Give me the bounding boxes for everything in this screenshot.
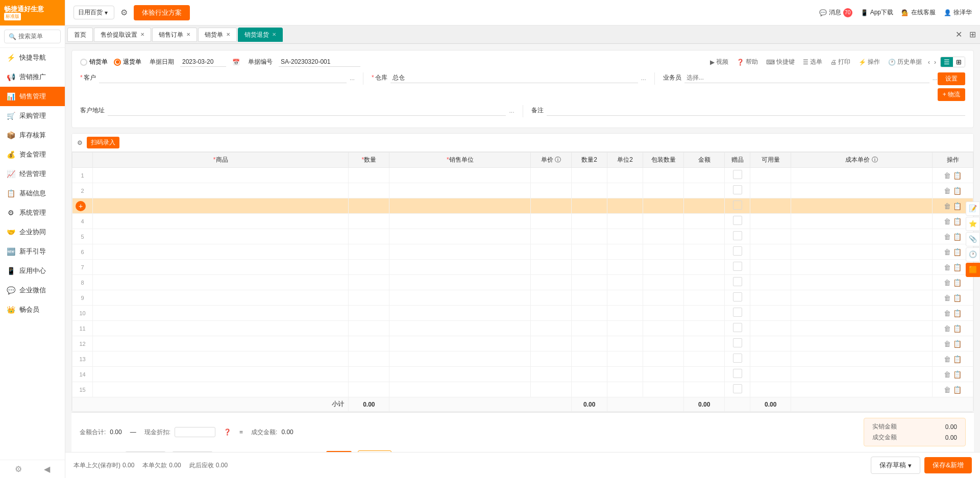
trial-btn[interactable]: 体验行业方案 [134, 5, 190, 20]
history-btn[interactable]: 🕐 历史单据 [886, 57, 924, 67]
table-gear-icon[interactable]: ⚙ [77, 139, 83, 146]
delete-row-btn[interactable]: 🗑 [944, 171, 951, 180]
product-cell[interactable] [93, 367, 349, 382]
copy-row-btn[interactable]: 📋 [953, 340, 962, 348]
tab-home[interactable]: 首页 [67, 28, 93, 42]
gift-checkbox[interactable] [733, 323, 742, 332]
float-active-btn[interactable]: 🟧 [966, 263, 980, 277]
message-btn[interactable]: 💬 消息 70 [819, 8, 852, 17]
tab-sales-return[interactable]: 销货退货 ✕ [238, 28, 283, 42]
online-service-btn[interactable]: 💁 在线客服 [901, 8, 936, 17]
radio-return[interactable]: 退货单 [114, 58, 141, 66]
calendar-icon[interactable]: 📅 [232, 59, 240, 66]
settings-bottom-icon[interactable]: ⚙ [15, 464, 22, 474]
tab-sales-delivery-close[interactable]: ✕ [226, 28, 230, 42]
product-cell[interactable] [93, 382, 349, 397]
sidebar-item-basic-info[interactable]: 📋 基础信息 [0, 184, 65, 203]
topbar-gear-icon[interactable]: ⚙ [120, 8, 128, 17]
grid-view-btn[interactable]: ⊞ [953, 57, 965, 67]
copy-row-btn[interactable]: 📋 [953, 386, 962, 394]
copy-row-btn[interactable]: 📋 [953, 202, 962, 210]
copy-row-btn[interactable]: 📋 [953, 370, 962, 379]
copy-row-btn[interactable]: 📋 [953, 324, 962, 333]
product-cell[interactable] [93, 244, 349, 260]
shortcuts-btn[interactable]: ⌨ 快捷键 [764, 57, 797, 67]
gift-checkbox[interactable] [733, 185, 742, 194]
tab-sales-delivery[interactable]: 销货单 ✕ [198, 28, 237, 42]
delete-row-btn[interactable]: 🗑 [944, 248, 951, 256]
copy-row-btn[interactable]: 📋 [953, 294, 962, 302]
product-cell[interactable] [93, 229, 349, 244]
product-cell[interactable] [93, 306, 349, 321]
delete-row-btn[interactable]: 🗑 [944, 279, 951, 287]
product-cell[interactable] [93, 260, 349, 275]
close-all-btn[interactable]: ✕ [951, 30, 966, 39]
print-btn[interactable]: 🖨 打印 [828, 57, 852, 67]
gift-checkbox[interactable] [733, 277, 742, 286]
gift-checkbox[interactable] [733, 354, 742, 363]
gift-checkbox[interactable] [733, 216, 742, 225]
gift-checkbox[interactable] [733, 338, 742, 347]
delete-row-btn[interactable]: 🗑 [944, 263, 951, 271]
delete-row-btn[interactable]: 🗑 [944, 217, 951, 225]
prev-btn[interactable]: ‹ [928, 59, 930, 66]
gift-checkbox[interactable] [733, 262, 742, 271]
warehouse-dots[interactable]: ... [641, 74, 646, 82]
delete-row-btn[interactable]: 🗑 [944, 340, 951, 348]
gift-checkbox[interactable] [733, 384, 742, 393]
logistics-btn[interactable]: + 物流 [938, 88, 965, 101]
gift-checkbox[interactable] [733, 246, 742, 256]
help-btn[interactable]: ❓ 帮助 [734, 57, 760, 67]
sidebar-item-inventory[interactable]: 📦 库存核算 [0, 125, 65, 145]
save-draft-btn[interactable]: 保存草稿 ▾ [871, 457, 920, 474]
float-attach-btn[interactable]: 📎 [966, 232, 980, 246]
sidebar-item-member[interactable]: 👑 畅会员 [0, 300, 65, 319]
copy-row-btn[interactable]: 📋 [953, 263, 962, 271]
add-row-btn[interactable]: + [76, 201, 86, 211]
select-btn[interactable]: ☰ 选单 [801, 57, 824, 67]
sidebar-item-finance[interactable]: 💰 资金管理 [0, 145, 65, 164]
date-input[interactable] [180, 57, 226, 67]
product-cell[interactable] [93, 198, 349, 214]
sidebar-item-operations[interactable]: 📈 经营管理 [0, 164, 65, 184]
product-cell[interactable] [93, 183, 349, 198]
delete-row-btn[interactable]: 🗑 [944, 355, 951, 363]
copy-row-btn[interactable]: 📋 [953, 355, 962, 363]
copy-row-btn[interactable]: 📋 [953, 309, 962, 317]
copy-row-btn[interactable]: 📋 [953, 217, 962, 225]
float-note-btn[interactable]: 📝 [966, 202, 980, 216]
delete-row-btn[interactable]: 🗑 [944, 294, 951, 302]
tab-sale-price-close[interactable]: ✕ [140, 28, 144, 42]
delete-row-btn[interactable]: 🗑 [944, 370, 951, 379]
delete-row-btn[interactable]: 🗑 [944, 324, 951, 333]
salesperson-input[interactable] [684, 72, 929, 83]
copy-row-btn[interactable]: 📋 [953, 187, 962, 195]
delete-row-btn[interactable]: 🗑 [944, 386, 951, 394]
product-cell[interactable] [93, 290, 349, 306]
search-menu-button[interactable]: 🔍 搜索菜单 [4, 30, 61, 43]
doc-no-input[interactable] [279, 57, 360, 67]
operate-btn[interactable]: ⚡ 操作 [856, 57, 882, 67]
customer-dots[interactable]: ... [350, 74, 355, 82]
sidebar-item-enterprise[interactable]: 🤝 企业协同 [0, 222, 65, 242]
copy-row-btn[interactable]: 📋 [953, 233, 962, 241]
tab-sale-price[interactable]: 售价提取设置 ✕ [94, 28, 151, 42]
float-star-btn[interactable]: ⭐ [966, 217, 980, 231]
sidebar-item-new-guide[interactable]: 🆕 新手引导 [0, 242, 65, 261]
delete-row-btn[interactable]: 🗑 [944, 233, 951, 241]
copy-row-btn[interactable]: 📋 [953, 171, 962, 180]
save-new-btn[interactable]: 保存&新增 [924, 457, 972, 473]
collapse-icon[interactable]: ◀ [44, 464, 50, 474]
product-cell[interactable] [93, 168, 349, 183]
scan-btn[interactable]: 扫码录入 [87, 137, 119, 148]
user-avatar[interactable]: 👤 徐泽华 [944, 8, 972, 17]
sidebar-item-system[interactable]: ⚙ 系统管理 [0, 203, 65, 222]
float-history-btn[interactable]: 🕐 [966, 247, 980, 262]
sidebar-item-app-center[interactable]: 📱 应用中心 [0, 261, 65, 281]
expand-btn[interactable]: ⊞ [967, 30, 978, 39]
gift-checkbox[interactable] [733, 231, 742, 240]
product-cell[interactable] [93, 351, 349, 367]
address-dots[interactable]: ... [509, 107, 514, 114]
salesperson-dots[interactable]: ... [933, 74, 938, 82]
tab-sales-order-close[interactable]: ✕ [186, 28, 190, 42]
